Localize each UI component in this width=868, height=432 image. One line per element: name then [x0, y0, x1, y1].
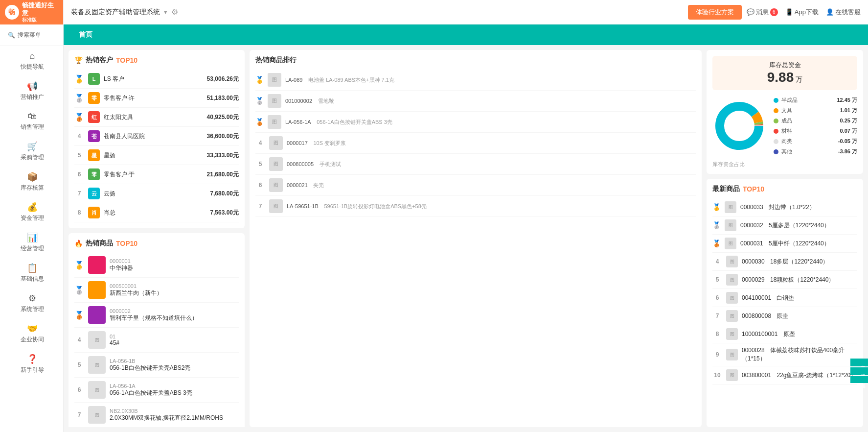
sidebar-item-quick-nav[interactable]: ⌂ 快捷导航 [0, 46, 63, 76]
product-name: 原垄 [783, 331, 795, 337]
sidebar-item-marketing[interactable]: 📢 营销推广 [0, 76, 63, 106]
product-name: 新西兰牛肉（新牛） [110, 289, 239, 297]
medal-icon: 🥉 [74, 311, 84, 320]
new-product-item[interactable]: 10 图 003800001 22g鱼豆腐-烧烤味（1*12*20） [712, 366, 857, 384]
new-product-item[interactable]: 7 图 000800008 原圭 [712, 307, 857, 325]
mid-product-item[interactable]: 7 图 LA-59651-1B 59651-1B旋转投影灯电池盒ABS黑色+58… [255, 196, 696, 217]
inventory-header: 库存总资金 9.88 万 [712, 56, 857, 90]
hot-product-item[interactable]: 7 图 NB2.0X30B 2.0X30MM双摆花轴,摆花直径2.1MM/ROH… [74, 403, 239, 427]
mid-product-item[interactable]: 4 图 0000017 10S 变刹罗浆 [255, 133, 696, 154]
hot-product-item[interactable]: 🥈 000500001 新西兰牛肉（新牛） [74, 278, 239, 303]
new-product-thumbnail: 图 [726, 292, 738, 304]
customer-rank-item[interactable]: 🥈 零 零售客户·许 51,183.00元 [74, 89, 239, 108]
sidebar-item-label: 采购管理 [21, 153, 44, 162]
new-product-item[interactable]: 9 图 0000028 体械荔枝味苏打饮品400毫升（1*15） [712, 343, 857, 366]
dropdown-arrow-icon[interactable]: ▾ [164, 8, 167, 16]
customer-avatar: 零 [88, 92, 100, 104]
customer-amount: 53,006.26元 [207, 75, 239, 83]
search-menu-label: 搜索菜单 [18, 31, 41, 39]
nav-home[interactable]: 首页 [71, 24, 100, 45]
new-product-info: 000800008 原圭 [742, 312, 857, 320]
donut-segment-semi [720, 106, 759, 145]
guide-icon: ❓ [27, 354, 38, 364]
customer-rank-item[interactable]: 6 零 零售客户·于 21,680.00元 [74, 165, 239, 184]
new-product-item[interactable]: 5 图 0000029 18颗粒板（1220*2440） [712, 271, 857, 289]
new-product-item[interactable]: 4 图 0000030 18多层（1220*2440） [712, 253, 857, 271]
mid-products-list: 🥇 图 LA-089 电池盖 LA-089 ABS本色+黑种 7.1克 🥈 图 … [255, 70, 696, 217]
mid-product-item[interactable]: 🥉 图 LA-056-1A 056-1A白色按键开关盖ABS 3壳 [255, 112, 696, 133]
trial-button[interactable]: 体验行业方案 [688, 5, 742, 20]
float-button[interactable]: 客服热线 [850, 359, 868, 366]
hot-product-info: 0000001 中华神器 [110, 258, 239, 272]
hot-product-item[interactable]: 5 图 LA-056-1B 056-1B白色按键开关壳ABS2壳 [74, 353, 239, 378]
hot-products-list: 🥇 0000001 中华神器 🥈 000500001 新西兰牛肉（新牛） 🥉 0… [74, 253, 239, 427]
legend-item: 肉类 -0.05 万 [774, 136, 857, 146]
mid-product-item[interactable]: 6 图 0000021 夹壳 [255, 175, 696, 196]
medal-icon: 🥇 [74, 74, 84, 84]
product-name: 18多层（1220*2440） [770, 258, 828, 265]
customer-rank-item[interactable]: 🥉 红 红太阳文具 40,925.00元 [74, 108, 239, 127]
legend-value: 0.07 万 [840, 127, 857, 135]
hot-product-item[interactable]: 🥉 0000002 智利车子里（规格不知道填什么） [74, 303, 239, 328]
legend-item: 文具 1.01 万 [774, 105, 857, 116]
new-product-item[interactable]: 6 图 004100001 白钢垫 [712, 289, 857, 307]
float-button[interactable]: 直播 [850, 376, 868, 383]
product-thumbnail-sm: 图 [269, 178, 283, 192]
sidebar-search-area: 🔍 搜索菜单 [0, 24, 63, 46]
message-button[interactable]: 💬 消息 6 [747, 8, 778, 17]
rank-number: 5 [74, 150, 84, 160]
legend-name: 文具 [781, 107, 837, 114]
hot-product-info: LA-056-1B 056-1B白色按键开关壳ABS2壳 [110, 358, 239, 372]
mid-product-item[interactable]: 🥈 图 001000002 雪地靴 [255, 91, 696, 112]
sidebar-item-guide[interactable]: ❓ 新手引导 [0, 349, 63, 379]
sidebar-item-finance[interactable]: 💰 资金管理 [0, 197, 63, 227]
product-info: 001000002 雪地靴 [285, 97, 696, 105]
customer-rank-item[interactable]: 7 云 云扬 7,680.00元 [74, 184, 239, 203]
new-product-thumbnail: 图 [725, 219, 736, 231]
new-product-item[interactable]: 🥈 图 0000032 5厘多层（1220*2440） [712, 216, 857, 235]
new-product-item[interactable]: 🥇 图 0000033 封边带（1.0*22） [712, 198, 857, 216]
sidebar-item-operations[interactable]: 📊 经营管理 [0, 227, 63, 258]
hot-product-item[interactable]: 6 图 LA-056-1A 056-1A白色按键开关盖ABS 3壳 [74, 378, 239, 403]
sidebar-item-system[interactable]: ⚙ 系统管理 [0, 288, 63, 318]
hot-product-item[interactable]: 🥇 0000001 中华神器 [74, 253, 239, 278]
online-service-button[interactable]: 👤 在线客服 [826, 8, 861, 17]
top-customers-title: 🏆 热销客户 TOP10 [74, 56, 239, 65]
inventory-icon: 📦 [27, 171, 38, 182]
sidebar-item-enterprise[interactable]: 🤝 企业协同 [0, 318, 63, 349]
float-button[interactable]: 服务社区 [850, 367, 868, 375]
product-code: LA-59651-1B [287, 203, 319, 209]
legend-color-dot [774, 119, 778, 123]
product-name: 封边带（1.0*22） [769, 204, 815, 211]
customer-amount: 7,680.00元 [210, 190, 239, 198]
customer-avatar: 云 [88, 188, 100, 199]
mid-products-title: 热销商品排行 [255, 56, 696, 65]
rank-number: 7 [255, 201, 265, 211]
gear-icon[interactable]: ⚙ [171, 7, 178, 17]
legend-item: 成品 0.25 万 [774, 116, 857, 126]
mid-product-item[interactable]: 5 图 000800005 手机测试 [255, 154, 696, 175]
new-product-item[interactable]: 8 图 10000100001 原垄 [712, 325, 857, 343]
sidebar-item-sales[interactable]: 🛍 销售管理 [0, 106, 63, 136]
customer-rank-item[interactable]: 🥇 L LS 客户 53,006.26元 [74, 70, 239, 89]
sidebar-item-basic[interactable]: 📋 基础信息 [0, 258, 63, 288]
customer-rank-item[interactable]: 8 肖 肖总 7,563.00元 [74, 203, 239, 222]
legend-item: 材料 0.07 万 [774, 126, 857, 136]
mid-product-item[interactable]: 🥇 图 LA-089 电池盖 LA-089 ABS本色+黑种 7.1克 [255, 70, 696, 91]
customer-amount: 21,680.00元 [207, 170, 239, 179]
app-download-button[interactable]: 📱 App下载 [785, 8, 819, 17]
search-menu-button[interactable]: 🔍 搜索菜单 [4, 28, 59, 42]
product-code: 10000100001 [742, 331, 777, 337]
sidebar-item-inventory[interactable]: 📦 库存核算 [0, 167, 63, 197]
customer-rank-item[interactable]: 4 苍 苍南县人民医院 36,600.00元 [74, 127, 239, 146]
hot-product-item[interactable]: 4 图 01 45# [74, 328, 239, 353]
customer-name: 红太阳文具 [104, 113, 203, 121]
customer-rank-item[interactable]: 5 星 星扬 33,333.00元 [74, 146, 239, 165]
hot-product-info: 000500001 新西兰牛肉（新牛） [110, 283, 239, 297]
legend-color-dot [774, 139, 778, 144]
product-thumbnail: 图 [88, 356, 106, 374]
sidebar-item-purchase[interactable]: 🛒 采购管理 [0, 136, 63, 167]
new-product-item[interactable]: 🥉 图 0000031 5厘中纤（1220*2440） [712, 235, 857, 253]
rank-number: 8 [74, 208, 84, 217]
customer-amount: 7,563.00元 [210, 209, 239, 217]
